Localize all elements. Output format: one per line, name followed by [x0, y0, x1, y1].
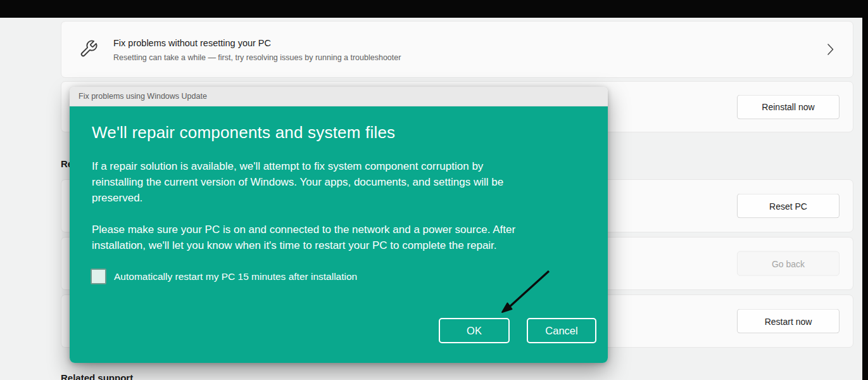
auto-restart-label: Automatically restart my PC 15 minutes a…	[114, 271, 357, 282]
reinstall-now-button[interactable]: Reinstall now	[737, 94, 840, 119]
related-support-heading: Related support	[61, 372, 133, 380]
cancel-button[interactable]: Cancel	[527, 318, 596, 343]
capture-right-edge	[862, 0, 868, 380]
reset-pc-button[interactable]: Reset PC	[737, 194, 840, 218]
settings-recovery-page: Fix problems without resetting your PC R…	[0, 0, 868, 380]
fix-problems-card[interactable]: Fix problems without resetting your PC R…	[61, 21, 853, 78]
ok-button[interactable]: OK	[439, 318, 510, 343]
dialog-paragraph-1: If a repair solution is available, we'll…	[92, 158, 579, 206]
wrench-icon	[79, 39, 98, 58]
dialog-heading: We'll repair components and system files	[92, 123, 395, 142]
capture-top-edge	[0, 0, 868, 18]
restart-now-button[interactable]: Restart now	[737, 309, 840, 334]
windows-update-repair-dialog: Fix problems using Windows Update We'll …	[70, 87, 608, 363]
chevron-right-icon	[827, 44, 834, 55]
go-back-button[interactable]: Go back	[737, 251, 840, 276]
dialog-paragraph-2: Please make sure your PC is on and conne…	[92, 222, 579, 253]
dialog-titlebar[interactable]: Fix problems using Windows Update	[70, 87, 608, 106]
dialog-title: Fix problems using Windows Update	[79, 92, 207, 101]
fix-problems-title: Fix problems without resetting your PC	[113, 38, 271, 48]
dialog-body: We'll repair components and system files…	[70, 106, 608, 363]
auto-restart-checkbox[interactable]	[91, 269, 106, 284]
fix-problems-subtitle: Resetting can take a while — first, try …	[113, 53, 401, 62]
auto-restart-row: Automatically restart my PC 15 minutes a…	[91, 269, 357, 284]
